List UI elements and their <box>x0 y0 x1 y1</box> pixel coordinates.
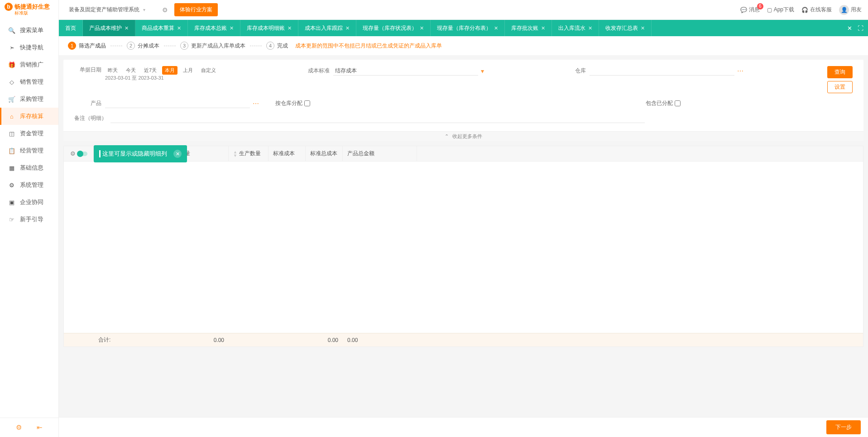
tab-4[interactable]: 库存成本明细账✕ <box>240 20 298 36</box>
sidebar-item-9[interactable]: ⚙系统管理 <box>0 176 58 194</box>
appdownload-link[interactable]: ▢ App下载 <box>767 6 794 14</box>
next-button[interactable]: 下一步 <box>826 420 861 434</box>
sidebar-settings-icon[interactable]: ⚙ <box>16 423 22 432</box>
tab-close-icon[interactable]: ✕ <box>494 25 498 31</box>
warehouse-label: 仓库 <box>568 67 586 75</box>
more-icon[interactable]: ⋯ <box>737 67 743 75</box>
sidebar-collapse-icon[interactable]: ⇤ <box>37 423 43 432</box>
messages-badge: 6 <box>757 3 763 10</box>
sidebar-item-1[interactable]: ➣快捷导航 <box>0 39 58 56</box>
sidebar-item-label: 企业协同 <box>20 198 43 206</box>
chevron-down-icon: ▾ <box>143 7 145 12</box>
filter-settings-button[interactable]: 设置 <box>827 81 853 93</box>
tooltip-accent-icon <box>99 150 101 157</box>
collapse-filter-toggle[interactable]: ⌃ 收起更多条件 <box>63 131 863 141</box>
tab-9[interactable]: 出入库流水✕ <box>552 20 599 36</box>
tab-close-icon[interactable]: ✕ <box>125 25 129 31</box>
headset-icon: 🎧 <box>801 7 808 13</box>
by-warehouse-checkbox[interactable]: 按仓库分配 <box>275 100 310 107</box>
column-gear-icon[interactable]: ⚙ <box>70 150 76 157</box>
step-label: 完成 <box>277 42 288 50</box>
tooltip-close-icon[interactable]: ✕ <box>173 150 182 158</box>
product-input[interactable] <box>105 99 250 108</box>
th-std_cost: 标准成本 <box>269 146 306 161</box>
tab-close-icon[interactable]: ✕ <box>420 25 424 31</box>
sidebar-item-7[interactable]: 📋经营管理 <box>0 142 58 159</box>
more-icon[interactable]: ⋯ <box>253 100 259 107</box>
th-prod_qty[interactable]: ▲▼生产数量 <box>229 146 269 161</box>
compass-icon: ➣ <box>8 44 15 51</box>
step-number: 4 <box>266 42 274 50</box>
sidebar-item-label: 基础信息 <box>20 164 43 172</box>
topbar-gear-icon[interactable]: ⚙ <box>162 6 168 14</box>
tab-7[interactable]: 现存量（库存分布表）✕ <box>431 20 505 36</box>
step-separator <box>110 46 122 46</box>
sidebar-item-11[interactable]: ☞新手引导 <box>0 211 58 228</box>
sidebar-item-label: 采购管理 <box>20 95 43 103</box>
tab-close-icon[interactable]: ✕ <box>177 25 181 31</box>
close-all-tabs-icon[interactable]: ✕ <box>847 25 852 32</box>
sidebar-item-10[interactable]: ▣企业协同 <box>0 194 58 211</box>
page-tabs: 首页产品成本维护✕商品成本重算✕库存成本总账✕库存成本明细账✕成本出入库跟踪✕现… <box>59 20 868 36</box>
sidebar-item-label: 库存核算 <box>20 112 43 120</box>
sidebar-item-0[interactable]: 🔍搜索菜单 <box>0 22 58 39</box>
tab-close-icon[interactable]: ✕ <box>230 25 234 31</box>
include-allocated-input[interactable] <box>675 100 681 106</box>
tab-close-icon[interactable]: ✕ <box>288 25 292 31</box>
system-selector[interactable]: 装备及固定资产辅助管理系统 ▾ <box>65 4 156 15</box>
remark-input[interactable] <box>110 114 645 123</box>
messages-link[interactable]: 💬 消息 6 <box>740 6 760 14</box>
collapse-up-icon: ⌃ <box>445 133 449 139</box>
query-button[interactable]: 查询 <box>827 66 853 78</box>
cost-std-label: 成本标准 <box>302 67 330 75</box>
tab-close-icon[interactable]: ✕ <box>641 25 645 31</box>
tab-10[interactable]: 收发存汇总表✕ <box>599 20 652 36</box>
by-warehouse-input[interactable] <box>304 100 310 106</box>
date-preset-5[interactable]: 自定义 <box>198 66 219 75</box>
user-menu[interactable]: 👤 用友 <box>839 5 862 15</box>
tab-label: 成本出入库跟踪 <box>305 24 343 32</box>
date-preset-1[interactable]: 今天 <box>123 66 139 75</box>
step-separator <box>164 46 176 46</box>
tab-3[interactable]: 库存成本总账✕ <box>188 20 240 36</box>
detail-toggle[interactable] <box>77 152 87 156</box>
customerservice-label: 在线客服 <box>810 6 832 14</box>
sidebar-item-8[interactable]: ▦基础信息 <box>0 159 58 176</box>
data-table: 这里可显示或隐藏明细列 ✕ ⚙ ▲▼主计量▲▼生产数量标准成本标准总成本产品总金… <box>63 146 863 347</box>
customerservice-link[interactable]: 🎧 在线客服 <box>801 6 832 14</box>
step-0: 1筛选产成品 <box>68 42 106 50</box>
footer-cell-1: 合计: <box>94 333 163 347</box>
date-preset-2[interactable]: 近7天 <box>141 66 159 75</box>
tab-close-icon[interactable]: ✕ <box>588 25 592 31</box>
sort-icon: ▲▼ <box>233 150 237 157</box>
sidebar-item-5[interactable]: ⌂库存核算 <box>0 108 58 125</box>
footer-cell-2: 0.00 <box>163 333 229 347</box>
chevron-down-icon[interactable]: ▾ <box>481 67 484 75</box>
tab-2[interactable]: 商品成本重算✕ <box>135 20 188 36</box>
search-icon: 🔍 <box>8 27 15 34</box>
tab-close-icon[interactable]: ✕ <box>541 25 545 31</box>
date-preset-0[interactable]: 昨天 <box>105 66 120 75</box>
tab-8[interactable]: 库存批次账✕ <box>505 20 552 36</box>
date-preset-3[interactable]: 本月 <box>162 66 177 75</box>
include-allocated-checkbox[interactable]: 包含已分配 <box>646 100 681 107</box>
trial-button[interactable]: 体验行业方案 <box>174 3 218 16</box>
cost-std-select[interactable] <box>333 66 478 76</box>
tab-1[interactable]: 产品成本维护✕ <box>83 20 135 36</box>
tab-0[interactable]: 首页 <box>59 20 83 36</box>
date-preset-4[interactable]: 上月 <box>180 66 196 75</box>
tab-label: 收发存汇总表 <box>605 24 638 32</box>
tab-close-icon[interactable]: ✕ <box>345 25 350 31</box>
collapse-label: 收起更多条件 <box>452 133 482 139</box>
tab-label: 出入库流水 <box>558 24 585 32</box>
warehouse-select[interactable] <box>590 66 734 76</box>
remark-label: 备注（明细） <box>74 114 107 122</box>
fullscreen-icon[interactable]: ⛶ <box>858 25 863 32</box>
sidebar-item-6[interactable]: ◫资金管理 <box>0 125 58 142</box>
tab-5[interactable]: 成本出入库跟踪✕ <box>298 20 356 36</box>
sidebar-item-3[interactable]: ◇销售管理 <box>0 73 58 90</box>
sidebar-item-2[interactable]: 🎁营销推广 <box>0 56 58 73</box>
sidebar-item-4[interactable]: 🛒采购管理 <box>0 90 58 108</box>
tab-6[interactable]: 现存量（库存状况表）✕ <box>356 20 431 36</box>
sidebar-footer: ⚙ ⇤ <box>0 418 58 437</box>
